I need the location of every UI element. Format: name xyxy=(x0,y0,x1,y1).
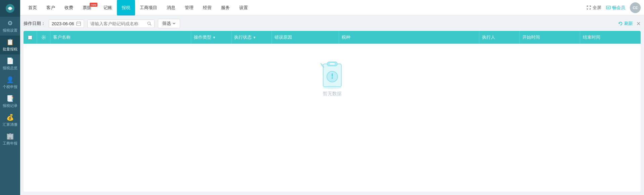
table-body: 暂无数据 xyxy=(24,44,641,192)
th-tax-type: 税种 xyxy=(339,31,480,44)
sidebar-item-label: 汇算清缴 xyxy=(3,122,17,127)
settlement-icon: 💰 xyxy=(6,114,14,121)
tax-settings-icon: ⚙ xyxy=(7,20,13,27)
avatar-text: CE xyxy=(633,6,638,10)
logo xyxy=(0,0,20,17)
nav-management[interactable]: 管理 xyxy=(180,0,198,15)
th-client-name-label: 客户名称 xyxy=(53,34,71,40)
th-executor-label: 执行人 xyxy=(482,34,495,40)
date-picker[interactable]: 2023-06-06 xyxy=(49,20,84,28)
sidebar-item-label: 报税记录 xyxy=(3,103,17,108)
svg-point-1 xyxy=(9,7,11,10)
th-error-reason: 错误原因 xyxy=(272,31,339,44)
th-op-type-label: 操作类型 xyxy=(194,34,211,40)
sidebar: ⚙ 报税设置 📋 批量报税 📄 报税总览 👤 个税申报 📑 报税记录 💰 汇算清… xyxy=(0,0,20,195)
th-client-name: 客户名称 xyxy=(50,31,191,44)
th-checkbox[interactable] xyxy=(24,31,37,44)
th-op-type: 操作类型 ▼ xyxy=(191,31,231,44)
sidebar-item-personal-tax[interactable]: 👤 个税申报 xyxy=(0,73,20,92)
sidebar-item-annual-report[interactable]: 🏢 工商年报 xyxy=(0,130,20,149)
nav-customer[interactable]: 客户 xyxy=(42,0,60,15)
th-tax-type-label: 税种 xyxy=(342,34,350,40)
nav-accounts[interactable]: 记账 xyxy=(99,0,117,15)
chevron-down-icon xyxy=(172,22,176,25)
nav-tax-label: 报税 xyxy=(122,5,130,11)
nav-settings-label: 设置 xyxy=(239,5,248,11)
main-area: 首页 客户 收费 票据 new 记账 报税 工商项目 消息 xyxy=(20,0,644,195)
content-area: 操作日期： 2023-06-06 筛选 xyxy=(20,15,644,195)
refresh-icon xyxy=(618,21,623,26)
nav-settings[interactable]: 设置 xyxy=(234,0,253,15)
topnav: 首页 客户 收费 票据 new 记账 报税 工商项目 消息 xyxy=(20,0,644,15)
sidebar-item-label: 工商年报 xyxy=(3,141,17,146)
sidebar-item-label: 批量报税 xyxy=(3,47,17,52)
nav-finance[interactable]: 经营 xyxy=(198,0,216,15)
filter-label: 筛选 xyxy=(162,21,171,27)
svg-rect-3 xyxy=(77,22,81,26)
nav-service-label: 服务 xyxy=(221,5,230,11)
svg-point-5 xyxy=(43,37,44,38)
close-button[interactable]: ✕ xyxy=(636,21,641,27)
th-executor: 执行人 xyxy=(479,31,520,44)
nav-tax[interactable]: 报税 xyxy=(117,0,135,15)
op-type-filter-icon: ▼ xyxy=(213,36,216,39)
nav-service[interactable]: 服务 xyxy=(216,0,234,15)
toolbar-right: 刷新 ✕ xyxy=(618,21,641,27)
sidebar-item-batch-tax[interactable]: 📋 批量报税 xyxy=(0,36,20,54)
svg-marker-13 xyxy=(320,63,323,65)
sidebar-item-label: 报税设置 xyxy=(3,28,17,33)
nav-billing-label: 收费 xyxy=(65,5,73,11)
th-error-reason-label: 错误原因 xyxy=(274,34,292,40)
nav-message[interactable]: 消息 xyxy=(162,0,180,15)
exec-status-filter-icon: ▼ xyxy=(253,36,256,39)
nav-billing[interactable]: 收费 xyxy=(60,0,78,15)
sidebar-item-tax-record[interactable]: 📑 报税记录 xyxy=(0,92,20,111)
th-end-time-label: 结束时间 xyxy=(583,34,600,40)
sidebar-item-label: 个税申报 xyxy=(3,84,17,89)
th-end-time: 结束时间 xyxy=(580,31,641,44)
sidebar-item-settlement[interactable]: 💰 汇算清缴 xyxy=(0,111,20,130)
table-header: 客户名称 操作类型 ▼ 执行状态 ▼ 错误原因 税种 执行人 xyxy=(24,31,641,44)
sidebar-item-tax-settings[interactable]: ⚙ 报税设置 xyxy=(0,17,20,36)
member-label: 畅会员 xyxy=(612,5,625,11)
sidebar-item-tax-overview[interactable]: 📄 报税总览 xyxy=(0,54,20,73)
nav-items: 首页 客户 收费 票据 new 记账 报税 工商项目 消息 xyxy=(24,0,587,15)
tax-record-icon: 📑 xyxy=(6,95,14,102)
date-label: 操作日期： xyxy=(24,21,45,27)
tax-overview-icon: 📄 xyxy=(6,57,14,65)
th-start-time: 开始时间 xyxy=(520,31,580,44)
avatar[interactable]: CE xyxy=(630,2,641,13)
empty-text: 暂无数据 xyxy=(323,91,342,97)
nav-message-label: 消息 xyxy=(167,5,175,11)
table: 客户名称 操作类型 ▼ 执行状态 ▼ 错误原因 税种 执行人 xyxy=(24,31,641,192)
empty-state: 暂无数据 xyxy=(24,44,641,110)
member-button[interactable]: 畅会员 xyxy=(606,5,625,11)
nav-home-label: 首页 xyxy=(28,5,37,11)
select-all-checkbox[interactable] xyxy=(28,35,32,40)
svg-rect-10 xyxy=(332,73,333,77)
personal-tax-icon: 👤 xyxy=(6,76,14,83)
filter-button[interactable]: 筛选 xyxy=(158,19,180,28)
toolbar: 操作日期： 2023-06-06 筛选 xyxy=(24,19,641,28)
nav-business-label: 工商项目 xyxy=(140,5,157,11)
refresh-button[interactable]: 刷新 xyxy=(618,21,633,27)
fullscreen-label: 全屏 xyxy=(593,5,601,11)
th-settings[interactable] xyxy=(37,31,50,44)
nav-management-label: 管理 xyxy=(185,5,194,11)
search-input[interactable] xyxy=(90,21,146,26)
th-exec-status: 执行状态 ▼ xyxy=(231,31,272,44)
nav-home[interactable]: 首页 xyxy=(24,0,42,15)
annual-report-icon: 🏢 xyxy=(6,132,14,140)
svg-point-11 xyxy=(332,77,333,79)
nav-business[interactable]: 工商项目 xyxy=(135,0,162,15)
nav-invoice[interactable]: 票据 new xyxy=(78,0,99,15)
search-icon xyxy=(147,21,152,26)
nav-accounts-label: 记账 xyxy=(103,5,112,11)
search-box[interactable] xyxy=(87,20,155,28)
batch-tax-icon: 📋 xyxy=(6,38,14,46)
svg-rect-8 xyxy=(329,63,335,65)
fullscreen-button[interactable]: 全屏 xyxy=(587,5,601,11)
sidebar-item-label: 报税总览 xyxy=(3,66,17,71)
calendar-icon xyxy=(76,21,81,26)
date-value: 2023-06-06 xyxy=(52,21,74,26)
